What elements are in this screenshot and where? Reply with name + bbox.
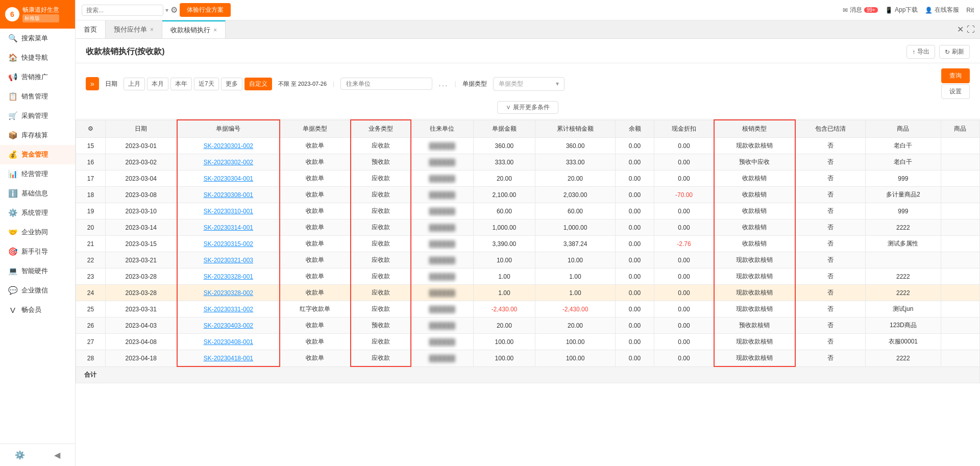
cell-bill-no[interactable]: SK-20230418-001: [177, 350, 280, 367]
sidebar-item-purchase[interactable]: 🛒采购管理: [0, 106, 75, 126]
th-biz-type[interactable]: 业务类型: [351, 120, 411, 138]
th-date[interactable]: 日期: [106, 120, 177, 138]
bill-no-link[interactable]: SK-20230304-001: [204, 175, 253, 182]
cell-include-settled: 否: [795, 138, 866, 154]
filter-bill-type-select[interactable]: 单据类型 ▾: [493, 77, 565, 91]
th-partner[interactable]: 往来单位: [411, 120, 473, 138]
cell-bill-no[interactable]: SK-20230331-002: [177, 301, 280, 317]
bill-no-link[interactable]: SK-20230321-003: [204, 257, 253, 264]
cell-bill-no[interactable]: SK-20230321-003: [177, 252, 280, 268]
sidebar-item-marketing[interactable]: 📢营销推广: [0, 67, 75, 87]
topbar-search-input[interactable]: [82, 5, 163, 16]
bill-no-link[interactable]: SK-20230308-001: [204, 191, 253, 199]
filter-btn-this-month[interactable]: 本月: [147, 78, 168, 90]
cell-bill-no[interactable]: SK-20230308-001: [177, 187, 280, 203]
topbar-app-download[interactable]: 📱 App下载: [885, 6, 918, 14]
cell-bill-no[interactable]: SK-20230408-001: [177, 334, 280, 350]
cell-bill-no[interactable]: SK-20230328-002: [177, 285, 280, 301]
th-cumul-amount[interactable]: 累计核销金额: [535, 120, 615, 138]
tab-fullscreen-icon[interactable]: ⛶: [967, 25, 975, 34]
th-bill-no[interactable]: 单据编号: [177, 120, 280, 138]
cell-biz-type: 应收款: [351, 334, 411, 350]
cell-product: 测试多属性: [865, 236, 941, 252]
th-bill-amount[interactable]: 单据金额: [473, 120, 535, 138]
bill-no-link[interactable]: SK-20230302-002: [204, 159, 253, 166]
tab-receipt-close[interactable]: ×: [213, 27, 217, 34]
bill-no-link[interactable]: SK-20230314-001: [204, 224, 253, 231]
filter-partner-input[interactable]: [340, 78, 432, 90]
sidebar-item-operation[interactable]: 📊经营管理: [0, 164, 75, 184]
cell-biz-type: 应收款: [351, 268, 411, 285]
sidebar-item-finance[interactable]: 💰资金管理: [0, 145, 75, 164]
cell-bill-no[interactable]: SK-20230328-001: [177, 268, 280, 285]
filter-expand-btn[interactable]: »: [86, 77, 99, 90]
sidebar-item-basic[interactable]: ℹ️基础信息: [0, 184, 75, 203]
cell-bill-no[interactable]: SK-20230310-001: [177, 203, 280, 219]
cell-balance: 0.00: [616, 350, 654, 367]
tab-close-all-icon[interactable]: ✕: [957, 24, 964, 34]
export-button[interactable]: ↑ 导出: [906, 45, 935, 59]
cell-bill-no[interactable]: SK-20230304-001: [177, 170, 280, 187]
sidebar-item-search[interactable]: 🔍搜索菜单: [0, 29, 75, 48]
th-include-settled[interactable]: 包含已结清: [795, 120, 866, 138]
refresh-button[interactable]: ↻ 刷新: [939, 45, 970, 59]
sidebar-item-guide[interactable]: 🎯新手引导: [0, 242, 75, 261]
sidebar-item-hardware[interactable]: 💻智能硬件: [0, 261, 75, 281]
sidebar-item-enterprise[interactable]: 🤝企业协同: [0, 223, 75, 242]
cell-biz-type: 应收款: [351, 252, 411, 268]
th-product2[interactable]: 商品: [941, 120, 979, 138]
bill-no-link[interactable]: SK-20230310-001: [204, 208, 253, 215]
sidebar-item-wechat[interactable]: 💬企业微信: [0, 281, 75, 300]
bill-no-link[interactable]: SK-20230328-002: [204, 289, 253, 297]
cell-seq: 22: [76, 252, 106, 268]
filter-expand-more-btn[interactable]: ∨ 展开更多条件: [497, 101, 558, 114]
cell-biz-type: 应收款: [351, 236, 411, 252]
tab-receipt-exec[interactable]: 收款核销执行 ×: [162, 20, 226, 38]
cell-bill-no[interactable]: SK-20230403-002: [177, 317, 280, 334]
tab-prepay-close[interactable]: ×: [150, 26, 154, 33]
filter-btn-more[interactable]: 更多: [221, 78, 242, 90]
sidebar-item-system[interactable]: ⚙️系统管理: [0, 203, 75, 223]
th-cash-discount[interactable]: 现金折扣: [654, 120, 714, 138]
cell-bill-no[interactable]: SK-20230314-001: [177, 219, 280, 236]
sidebar-collapse-btn[interactable]: ◀: [50, 448, 64, 462]
cell-bill-no[interactable]: SK-20230315-002: [177, 236, 280, 252]
topbar-gear-icon[interactable]: ⚙: [170, 5, 178, 15]
cell-bill-no[interactable]: SK-20230301-002: [177, 138, 280, 154]
cell-partner: ██████: [411, 301, 473, 317]
bill-no-link[interactable]: SK-20230408-001: [204, 338, 253, 346]
bill-no-link[interactable]: SK-20230315-002: [204, 240, 253, 248]
filter-btn-custom[interactable]: 自定义: [244, 78, 272, 90]
filter-setting-btn[interactable]: 设置: [941, 84, 970, 99]
th-writeoff-type[interactable]: 核销类型: [714, 120, 795, 138]
bill-no-link[interactable]: SK-20230331-002: [204, 306, 253, 313]
filter-query-btn[interactable]: 查询: [941, 68, 970, 83]
filter-btn-7days[interactable]: 近7天: [194, 78, 219, 90]
bill-no-link[interactable]: SK-20230328-001: [204, 273, 253, 280]
topbar-solution-btn[interactable]: 体验行业方案: [180, 3, 231, 17]
sidebar-item-sales[interactable]: 📋销售管理: [0, 87, 75, 106]
cell-bill-amount: 1.00: [473, 268, 535, 285]
bill-no-link[interactable]: SK-20230418-001: [204, 355, 253, 362]
sidebar-settings-btn[interactable]: ⚙️: [11, 448, 29, 462]
sidebar-item-quick-nav[interactable]: 🏠快捷导航: [0, 48, 75, 67]
topbar-messages[interactable]: ✉ 消息 99+: [843, 6, 878, 14]
sidebar-item-inventory[interactable]: 📦库存核算: [0, 126, 75, 145]
tab-prepay[interactable]: 预付应付单 ×: [106, 20, 162, 38]
cell-bill-no[interactable]: SK-20230302-002: [177, 154, 280, 170]
cell-writeoff-type: 收款核销: [714, 203, 795, 219]
sidebar-item-member[interactable]: V畅会员: [0, 300, 75, 320]
cell-date: 2023-03-08: [106, 187, 177, 203]
th-product[interactable]: 商品: [865, 120, 941, 138]
th-balance[interactable]: 余额: [616, 120, 654, 138]
filter-btn-this-year[interactable]: 本年: [170, 78, 192, 90]
sidebar-item-label-search: 搜索菜单: [21, 34, 48, 43]
tab-home[interactable]: 首页: [76, 20, 106, 38]
filter-btn-last-month[interactable]: 上月: [124, 78, 145, 90]
bill-no-link[interactable]: SK-20230403-002: [204, 322, 253, 329]
bill-no-link[interactable]: SK-20230301-002: [204, 142, 253, 150]
topbar-online-service[interactable]: 👤 在线客服: [925, 6, 959, 14]
cell-biz-type: 应收款: [351, 187, 411, 203]
th-bill-type[interactable]: 单据类型: [280, 120, 350, 138]
cell-partner: ██████: [411, 203, 473, 219]
